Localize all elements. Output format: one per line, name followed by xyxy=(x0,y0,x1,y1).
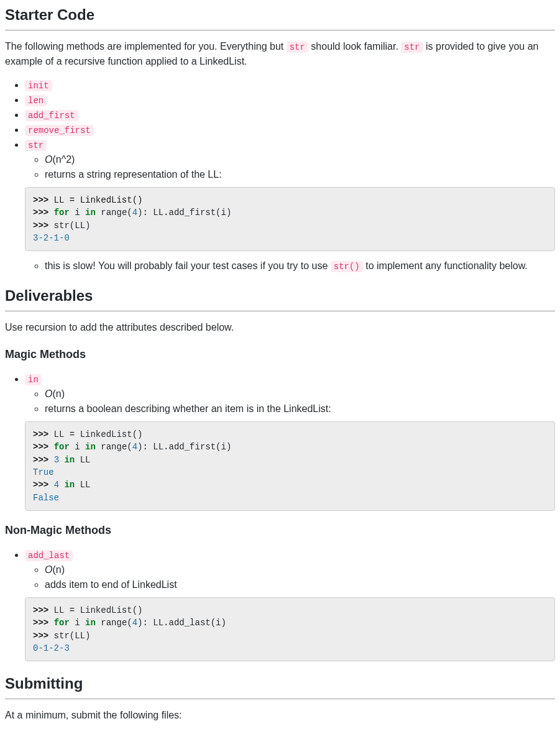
code-remove-first: remove_first xyxy=(25,125,94,136)
big-o-value: (n) xyxy=(52,564,65,575)
tok: str(LL) xyxy=(48,631,90,641)
heading-magic-methods: Magic Methods xyxy=(5,346,555,363)
tok: >>> xyxy=(33,429,48,439)
tok: for xyxy=(54,618,70,628)
list-item: O(n) xyxy=(45,562,555,577)
tok: i xyxy=(70,208,85,218)
submitting-intro: At a minimum, submit the following files… xyxy=(5,708,555,723)
non-magic-method-list: add_last O(n) adds item to end of Linked… xyxy=(5,548,555,661)
list-item: LinkedList.py xyxy=(25,732,555,734)
tok: str(LL) xyxy=(48,221,90,231)
tok: LL xyxy=(75,455,90,465)
submitting-file-list: LinkedList.py xyxy=(5,732,555,734)
tok: LL = LinkedList() xyxy=(48,605,142,615)
tok: i xyxy=(70,618,85,628)
magic-method-list: in O(n) returns a boolean describing whe… xyxy=(5,372,555,511)
tok: for xyxy=(54,208,70,218)
list-item: returns a boolean describing whether an … xyxy=(45,401,555,416)
heading-non-magic-methods: Non-Magic Methods xyxy=(5,522,555,539)
add-last-sublist: O(n) adds item to end of LinkedList xyxy=(25,562,555,592)
list-item: len xyxy=(25,93,555,108)
heading-submitting: Submitting xyxy=(5,672,555,699)
list-item: in O(n) returns a boolean describing whe… xyxy=(25,372,555,511)
tok xyxy=(48,442,53,452)
heading-deliverables: Deliverables xyxy=(5,285,555,311)
tok: 4 xyxy=(132,618,137,628)
tok: ): LL.add_first(i) xyxy=(137,442,231,452)
tok xyxy=(48,480,53,490)
code-block-str-example: >>> LL = LinkedList() >>> for i in range… xyxy=(25,187,555,251)
tok: range( xyxy=(96,618,132,628)
tok: in xyxy=(85,618,96,628)
tok: >>> xyxy=(33,221,48,231)
starter-intro: The following methods are implemented fo… xyxy=(5,39,555,69)
tok: ): LL.add_first(i) xyxy=(137,208,231,218)
tok: >>> xyxy=(33,208,48,218)
text: this is slow! You will probably fail you… xyxy=(45,260,331,271)
tok: in xyxy=(64,480,75,490)
starter-method-list: init len add_first remove_first str O(n^… xyxy=(5,78,555,273)
code-block-in-example: >>> LL = LinkedList() >>> for i in range… xyxy=(25,421,555,511)
tok: >>> xyxy=(33,195,48,205)
tok: >>> xyxy=(33,442,48,452)
list-item: init xyxy=(25,78,555,93)
text: The following methods are implemented fo… xyxy=(5,41,287,52)
list-item: adds item to end of LinkedList xyxy=(45,577,555,592)
big-o-prefix: O xyxy=(45,154,52,165)
list-item: str O(n^2) returns a string representati… xyxy=(25,137,555,273)
big-o-prefix: O xyxy=(45,564,52,575)
tok: True xyxy=(33,467,54,477)
code-in: in xyxy=(25,374,42,385)
tok: LL = LinkedList() xyxy=(48,429,142,439)
deliverables-intro: Use recursion to add the attributes desc… xyxy=(5,320,555,335)
tok: >>> xyxy=(33,480,48,490)
tok: 3 xyxy=(54,455,59,465)
tok: LL xyxy=(75,480,90,490)
list-item: add_last O(n) adds item to end of Linked… xyxy=(25,548,555,661)
list-item: this is slow! You will probably fail you… xyxy=(45,259,555,273)
tok xyxy=(48,208,53,218)
tok: >>> xyxy=(33,631,48,641)
str-sublist: O(n^2) returns a string representation o… xyxy=(25,152,555,182)
code-block-add-last-example: >>> LL = LinkedList() >>> for i in range… xyxy=(25,597,555,661)
list-item: O(n^2) xyxy=(45,152,555,167)
list-item: remove_first xyxy=(25,122,555,137)
tok: range( xyxy=(96,442,132,452)
code-str-call: str() xyxy=(331,261,363,272)
in-sublist: O(n) returns a boolean describing whethe… xyxy=(25,387,555,416)
big-o-value: (n) xyxy=(52,388,65,399)
tok: >>> xyxy=(33,618,48,628)
tok: LL = LinkedList() xyxy=(48,195,142,205)
tok: 0-1-2-3 xyxy=(33,643,70,653)
tok: i xyxy=(70,442,85,452)
code-str: str xyxy=(25,140,47,151)
big-o-value: (n^2) xyxy=(52,154,75,165)
list-item: add_first xyxy=(25,108,555,122)
tok: in xyxy=(64,455,75,465)
tok xyxy=(48,618,53,628)
big-o-prefix: O xyxy=(45,388,52,399)
tok: >>> xyxy=(33,605,48,615)
text: to implement any functionality below. xyxy=(363,260,528,271)
text: should look familiar. xyxy=(308,41,401,52)
code-init: init xyxy=(25,80,52,91)
tok: in xyxy=(85,442,96,452)
tok: 4 xyxy=(132,208,137,218)
tok: for xyxy=(54,442,70,452)
code-str-1: str xyxy=(287,42,308,53)
tok: >>> xyxy=(33,455,48,465)
tok: ): LL.add_last(i) xyxy=(137,618,226,628)
heading-starter-code: Starter Code xyxy=(5,4,555,30)
tok: range( xyxy=(96,208,132,218)
code-add-first: add_first xyxy=(25,110,78,121)
tok: 4 xyxy=(54,480,59,490)
tok: 3-2-1-0 xyxy=(33,233,70,243)
str-warning-list: this is slow! You will probably fail you… xyxy=(25,259,555,273)
list-item: O(n) xyxy=(45,387,555,401)
code-str-2: str xyxy=(401,42,423,53)
code-len: len xyxy=(25,95,47,106)
code-add-last: add_last xyxy=(25,550,73,561)
tok: False xyxy=(33,493,59,503)
list-item: returns a string representation of the L… xyxy=(45,167,555,182)
tok: in xyxy=(85,208,96,218)
